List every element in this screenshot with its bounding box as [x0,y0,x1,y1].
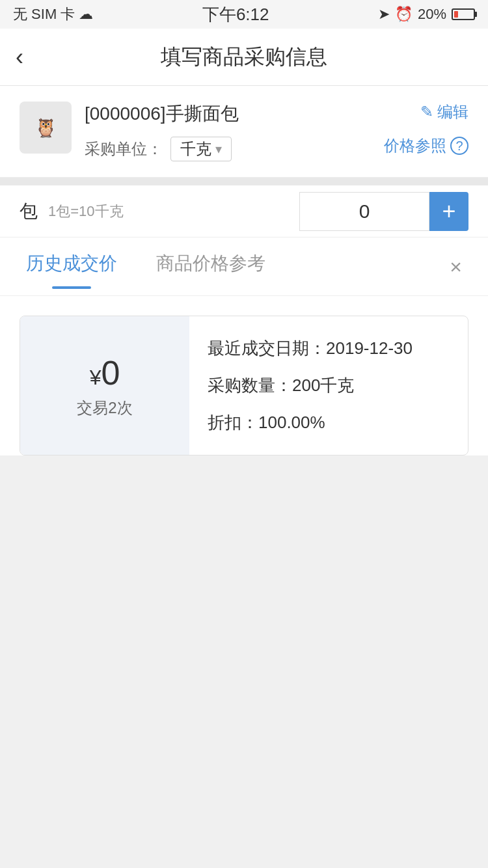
status-left: 无 SIM 卡 ☁ [13,5,93,24]
history-card-left: ¥0 交易2次 [20,316,189,455]
qty-input-area: + [299,192,468,231]
status-time: 下午6:12 [202,3,269,26]
edit-button[interactable]: ✎ 编辑 [420,102,468,122]
product-info: [0000006]手撕面包 采购单位： 千克 ▾ [85,102,239,161]
purchase-qty-label: 采购数量： [208,375,292,395]
battery-percent-label: 20% [418,6,446,23]
tabs-panel: 历史成交价 商品价格参考 × ¥0 交易2次 最近成交日期：2019-12-30… [0,237,488,455]
main-content-area [0,475,488,865]
product-card: 🦉 [0000006]手撕面包 采购单位： 千克 ▾ ✎ 编辑 价格参照 [0,86,488,178]
battery-icon [452,8,475,20]
discount-row: 折扣：100.00% [208,410,450,435]
recent-date-label: 最近成交日期： [208,338,326,358]
history-card: ¥0 交易2次 最近成交日期：2019-12-30 采购数量：200千克 折扣：… [20,316,468,455]
alarm-icon: ⏰ [395,6,413,23]
owl-icon: 🦉 [34,117,57,139]
separator [0,178,488,185]
product-name: [0000006]手撕面包 [85,102,239,126]
nav-bar: ‹ 填写商品采购信息 [0,29,488,86]
tab-product-price-ref[interactable]: 商品价格参考 [156,251,265,282]
help-icon: ? [450,137,468,155]
recent-date-row: 最近成交日期：2019-12-30 [208,336,450,361]
tab-close-button[interactable]: × [450,256,462,277]
quantity-row: 包 1包=10千克 + [0,185,488,237]
page-title: 填写商品采购信息 [161,43,327,72]
tabs-list: 历史成交价 商品价格参考 [26,251,265,282]
unit-badge[interactable]: 千克 ▾ [170,137,232,161]
purchase-qty-row: 采购数量：200千克 [208,373,450,398]
quantity-label-area: 包 1包=10千克 [20,199,124,224]
price-ref-label: 价格参照 [384,135,446,156]
qty-conversion-label: 1包=10千克 [48,202,124,221]
price-value: 0 [101,354,120,392]
edit-icon: ✎ [420,103,433,121]
status-right: ➤ ⏰ 20% [378,6,475,23]
history-price: ¥0 [90,353,120,392]
tabs-header: 历史成交价 商品价格参考 × [0,237,488,296]
product-unit-row: 采购单位： 千克 ▾ [85,137,239,161]
qty-plus-button[interactable]: + [429,192,468,231]
qty-input[interactable] [299,192,429,231]
discount-value: 100.00% [258,413,325,432]
unit-label: 采购单位： [85,139,163,159]
history-card-right: 最近成交日期：2019-12-30 采购数量：200千克 折扣：100.00% [189,316,468,455]
recent-date-value: 2019-12-30 [326,338,413,358]
qty-unit-label: 包 [20,199,38,224]
edit-label: 编辑 [437,102,468,122]
product-thumbnail: 🦉 [20,102,72,154]
price-ref-button[interactable]: 价格参照 ? [384,135,468,156]
unit-dropdown-arrow: ▾ [215,141,222,157]
trade-count: 交易2次 [77,398,132,418]
discount-label: 折扣： [208,413,258,432]
unit-value: 千克 [180,139,211,159]
currency-symbol: ¥ [90,366,102,389]
location-icon: ➤ [378,6,390,23]
status-bar: 无 SIM 卡 ☁ 下午6:12 ➤ ⏰ 20% [0,0,488,29]
tab-history-price[interactable]: 历史成交价 [26,251,117,282]
no-sim-label: 无 SIM 卡 ☁ [13,5,93,24]
back-button[interactable]: ‹ [16,44,23,71]
purchase-qty-value: 200千克 [292,375,354,395]
